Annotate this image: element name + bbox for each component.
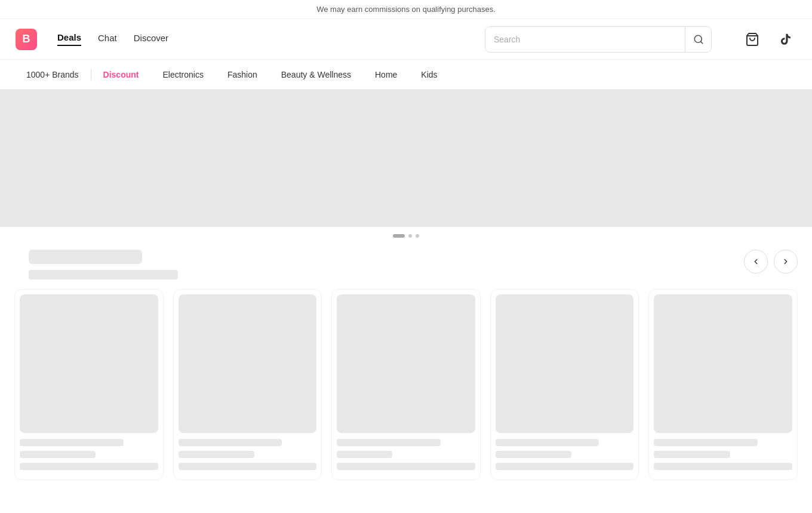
announcement-bar: We may earn commissions on qualifying pu… [0, 0, 812, 19]
category-discount[interactable]: Discount [91, 60, 151, 89]
product-price-skeleton [496, 451, 571, 458]
product-action-skeleton [654, 463, 792, 470]
cart-button[interactable] [740, 27, 764, 51]
search-icon [693, 34, 704, 45]
product-card[interactable] [14, 289, 164, 480]
carousel-dots [0, 227, 812, 245]
logo-shape: B [16, 29, 37, 50]
search-button[interactable] [685, 27, 711, 52]
product-action-skeleton [337, 463, 475, 470]
product-action-skeleton [179, 463, 317, 470]
category-home[interactable]: Home [363, 60, 409, 89]
nav-links: Deals Chat Discover [57, 32, 168, 46]
logo[interactable]: B [14, 27, 38, 51]
arrows-right [744, 250, 798, 274]
carousel-dot-1[interactable] [393, 234, 405, 238]
product-action-skeleton [20, 463, 158, 470]
section-subtitle-skeleton [29, 270, 178, 279]
product-image-skeleton [20, 294, 158, 433]
product-price-skeleton [20, 451, 96, 458]
carousel-dot-3[interactable] [416, 234, 419, 238]
product-card[interactable] [648, 289, 798, 480]
products-row [0, 289, 812, 480]
product-image-skeleton [496, 294, 634, 433]
hero-banner [0, 90, 812, 227]
nav-link-chat[interactable]: Chat [98, 33, 117, 45]
category-nav: 1000+ Brands Discount Electronics Fashio… [0, 60, 812, 90]
next-arrow-button[interactable] [774, 250, 798, 274]
product-title-skeleton [496, 439, 599, 446]
product-price-skeleton [654, 451, 730, 458]
announcement-text: We may earn commissions on qualifying pu… [316, 5, 496, 14]
tiktok-icon [779, 33, 792, 46]
carousel-dot-2[interactable] [408, 234, 412, 238]
nav-icons [740, 27, 798, 51]
product-image-skeleton [337, 294, 475, 433]
category-fashion[interactable]: Fashion [216, 60, 269, 89]
product-action-skeleton [496, 463, 634, 470]
section-nav [0, 245, 812, 289]
next-arrow-icon [782, 257, 790, 266]
logo-letter: B [23, 33, 30, 45]
product-price-skeleton [179, 451, 254, 458]
product-title-skeleton [20, 439, 124, 446]
product-price-skeleton [337, 451, 392, 458]
category-kids[interactable]: Kids [409, 60, 449, 89]
search-container [485, 26, 712, 53]
prev-arrow-button[interactable] [744, 250, 768, 274]
main-nav: B Deals Chat Discover [0, 19, 812, 60]
cart-icon [745, 32, 759, 47]
product-card[interactable] [490, 289, 639, 480]
section-header [14, 245, 192, 289]
category-beauty[interactable]: Beauty & Wellness [269, 60, 363, 89]
tiktok-button[interactable] [774, 27, 798, 51]
svg-line-1 [700, 41, 702, 43]
prev-arrow-icon [752, 257, 760, 266]
search-input[interactable] [485, 27, 685, 52]
product-card[interactable] [173, 289, 322, 480]
category-electronics[interactable]: Electronics [150, 60, 215, 89]
category-brands[interactable]: 1000+ Brands [14, 60, 91, 89]
product-image-skeleton [179, 294, 317, 433]
nav-link-deals[interactable]: Deals [57, 32, 81, 46]
product-card[interactable] [331, 289, 481, 480]
product-title-skeleton [337, 439, 441, 446]
product-title-skeleton [179, 439, 282, 446]
product-image-skeleton [654, 294, 792, 433]
nav-link-discover[interactable]: Discover [134, 33, 168, 45]
product-title-skeleton [654, 439, 758, 446]
section-title-skeleton [29, 250, 142, 264]
